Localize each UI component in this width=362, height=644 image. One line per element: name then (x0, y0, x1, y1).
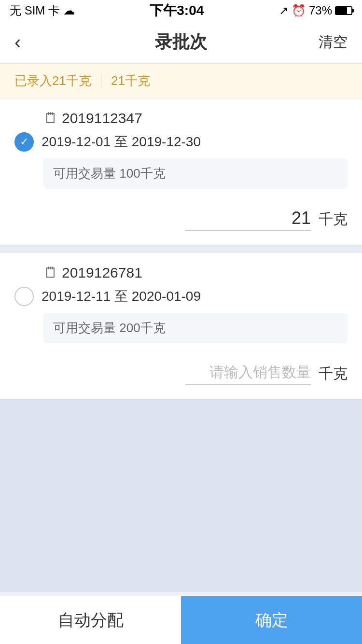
recorded-amount-label: 已录入21千克 (14, 72, 91, 89)
quantity-placeholder-2: 请输入销售数量 (209, 363, 311, 382)
recorded-amount-value: 21千克 (111, 72, 150, 89)
status-time: 下午3:04 (150, 1, 204, 20)
quantity-unit-1: 千克 (319, 210, 348, 229)
batch-date-2: 2019-12-11 至 2020-01-09 (42, 287, 201, 306)
batch-doc-icon-1: 🗒 (43, 110, 58, 126)
back-button[interactable]: ‹ (14, 31, 43, 53)
radio-button-2[interactable] (14, 287, 34, 306)
section-divider (0, 245, 362, 253)
quantity-line-2: 请输入销售数量 千克 (14, 358, 348, 390)
clear-button[interactable]: 清空 (319, 32, 348, 52)
batch-doc-icon-2: 🗒 (43, 265, 58, 281)
auto-distribute-button[interactable]: 自动分配 (0, 596, 181, 644)
info-banner: 已录入21千克 21千克 (0, 64, 362, 98)
batch-id-1: 2019112347 (62, 110, 142, 126)
confirm-button[interactable]: 确定 (181, 596, 362, 644)
status-bar: 无 SIM 卡 ☁ 下午3:04 ↗ ⏰ 73% (0, 0, 362, 21)
batch-available-2: 可用交易量 200千克 (43, 313, 348, 343)
quantity-underline-1 (185, 230, 311, 231)
batch-id-row-2: 🗒 2019126781 (43, 265, 348, 281)
alarm-icon: ⏰ (292, 4, 306, 17)
bottom-buttons: 自动分配 确定 (0, 596, 362, 644)
status-right: ↗ ⏰ 73% (279, 4, 352, 17)
location-icon: ↗ (279, 4, 289, 17)
quantity-underline-2 (185, 384, 311, 385)
battery-icon (335, 6, 352, 15)
banner-divider (101, 74, 101, 88)
bottom-area (0, 399, 362, 592)
batch-item-2: 🗒 2019126781 2019-12-11 至 2020-01-09 可用交… (0, 253, 362, 353)
nav-bar: ‹ 录批次 清空 (0, 21, 362, 64)
main-content: 已录入21千克 21千克 🗒 2019112347 2019-12-01 至 2… (0, 64, 362, 641)
batch-id-row-1: 🗒 2019112347 (43, 110, 348, 126)
quantity-input-wrap-2: 请输入销售数量 (14, 363, 311, 385)
page-title: 录批次 (155, 30, 207, 54)
batch-id-2: 2019126781 (62, 265, 142, 281)
batch-card-2: 🗒 2019126781 2019-12-11 至 2020-01-09 可用交… (0, 253, 362, 399)
quantity-value-1: 21 (292, 208, 311, 228)
qty-row-wrapper-1: 21 千克 (0, 198, 362, 245)
quantity-line-1: 21 千克 (14, 203, 348, 236)
sim-label: 无 SIM 卡 ☁ (10, 3, 75, 18)
quantity-unit-2: 千克 (319, 364, 348, 384)
qty-row-wrapper-2: 请输入销售数量 千克 (0, 353, 362, 399)
status-left: 无 SIM 卡 ☁ (10, 3, 75, 18)
batch-card-1: 🗒 2019112347 2019-12-01 至 2019-12-30 可用交… (0, 98, 362, 245)
batch-item-1: 🗒 2019112347 2019-12-01 至 2019-12-30 可用交… (0, 98, 362, 198)
radio-button-1[interactable] (14, 132, 34, 152)
batch-date-1: 2019-12-01 至 2019-12-30 (42, 133, 201, 151)
quantity-input-wrap-1: 21 (14, 208, 311, 231)
battery-label: 73% (309, 4, 332, 17)
batch-date-row-2[interactable]: 2019-12-11 至 2020-01-09 (14, 287, 348, 306)
batch-available-1: 可用交易量 100千克 (43, 158, 348, 189)
batch-date-row-1[interactable]: 2019-12-01 至 2019-12-30 (14, 132, 348, 152)
